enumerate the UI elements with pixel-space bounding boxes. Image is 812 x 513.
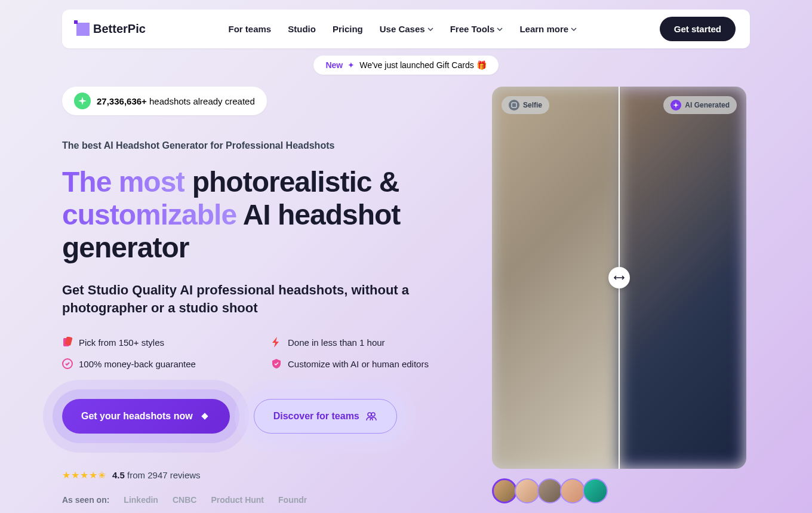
hero-left: 27,336,636+ headshots already created Th… [62, 87, 468, 505]
reviews-row: ★★★★✬ 4.5 from 2947 reviews [62, 469, 468, 481]
users-icon [365, 410, 377, 422]
feature-text: Done in less than 1 hour [288, 337, 385, 348]
svg-point-5 [371, 413, 375, 416]
nav-use-cases-label: Use Cases [380, 24, 425, 34]
main-content: 27,336,636+ headshots already created Th… [0, 75, 812, 505]
features-grid: Pick from 150+ styles Done in less than … [62, 337, 468, 369]
review-score: 4.5 [112, 470, 125, 480]
compare-after-image [619, 87, 746, 469]
seen-on-label: As seen on: [62, 495, 109, 505]
ai-sparkle-icon [670, 100, 681, 110]
seen-on-row: As seen on: Linkedin CNBC Product Hunt F… [62, 495, 468, 505]
svg-rect-6 [512, 103, 516, 107]
svg-point-4 [368, 413, 371, 416]
bolt-icon [271, 337, 282, 348]
headshot-count-badge: 27,336,636+ headshots already created [62, 87, 267, 115]
thumbnail-3[interactable] [537, 478, 562, 503]
get-started-button[interactable]: Get started [660, 17, 736, 41]
headline: The most photorealistic & customizable A… [62, 165, 468, 265]
badge-text: 27,336,636+ headshots already created [97, 96, 255, 106]
badge-suffix: headshots already created [149, 96, 255, 106]
chevron-down-icon [427, 26, 433, 32]
nav-free-tools-label: Free Tools [450, 24, 495, 34]
thumbnail-2[interactable] [515, 478, 540, 503]
compare-before-image [492, 87, 619, 469]
reviews-text: 4.5 from 2947 reviews [112, 470, 201, 480]
brand-foundr: Foundr [278, 495, 307, 505]
headline-plain-1: photorealistic & [184, 166, 399, 198]
navbar: BetterPic For teams Studio Pricing Use C… [62, 10, 750, 48]
new-tag: New [325, 60, 343, 70]
cta-row: Get your headshots now Discover for team… [62, 399, 468, 434]
compare-slider[interactable]: Selfie AI Generated [492, 87, 746, 469]
subtitle: Get Studio Quality AI professional heads… [62, 281, 468, 318]
brand-linkedin: Linkedin [124, 495, 158, 505]
nav-learn-more-label: Learn more [519, 24, 568, 34]
nav-learn-more[interactable]: Learn more [519, 24, 577, 34]
announcement-text: We've just launched Gift Cards 🎁 [359, 60, 486, 70]
selfie-icon [509, 100, 519, 110]
cta-secondary-label: Discover for teams [273, 411, 359, 422]
feature-text: Pick from 150+ styles [79, 337, 164, 348]
compare-handle[interactable] [608, 267, 630, 288]
headline-gradient-2: customizable [62, 199, 236, 231]
announcement-banner[interactable]: New ✦ We've just launched Gift Cards 🎁 [313, 56, 498, 75]
brand-producthunt: Product Hunt [211, 495, 264, 505]
logo-text: BetterPic [93, 22, 146, 36]
selfie-text: Selfie [523, 101, 542, 109]
logo[interactable]: BetterPic [76, 22, 146, 36]
arrows-horizontal-icon [613, 272, 625, 284]
feature-guarantee: 100% money-back guarantee [62, 358, 259, 369]
review-suffix: from 2947 reviews [127, 470, 201, 480]
sparkle-icon: ✦ [347, 60, 355, 70]
nav-for-teams[interactable]: For teams [229, 24, 272, 34]
chevron-down-icon [571, 26, 577, 32]
logo-mark-icon [76, 23, 90, 36]
chevron-down-icon [497, 26, 503, 32]
feature-speed: Done in less than 1 hour [271, 337, 468, 348]
shield-check-icon [271, 358, 282, 369]
hero-right: Selfie AI Generated [492, 87, 746, 505]
nav-links: For teams Studio Pricing Use Cases Free … [229, 24, 577, 34]
sparkle-badge-icon [74, 93, 91, 109]
feature-styles: Pick from 150+ styles [62, 337, 259, 348]
ai-generated-label: AI Generated [663, 96, 737, 114]
selfie-label: Selfie [502, 96, 549, 114]
thumbnail-1[interactable] [492, 478, 517, 503]
brand-cnbc: CNBC [173, 495, 196, 505]
thumbnail-row [492, 478, 746, 503]
feature-text: Customize with AI or human editors [288, 359, 429, 369]
svg-rect-3 [201, 413, 208, 419]
badge-count: 27,336,636+ [97, 96, 147, 106]
ai-text: AI Generated [685, 101, 730, 109]
headline-gradient-1: The most [62, 166, 184, 198]
diamond-icon [199, 410, 211, 422]
discover-teams-button[interactable]: Discover for teams [254, 399, 397, 434]
thumbnail-4[interactable] [560, 478, 585, 503]
nav-use-cases[interactable]: Use Cases [380, 24, 433, 34]
tagline: The best AI Headshot Generator for Profe… [62, 140, 468, 151]
swatch-icon [62, 337, 73, 348]
nav-pricing[interactable]: Pricing [333, 24, 363, 34]
feature-text: 100% money-back guarantee [79, 359, 196, 369]
nav-studio[interactable]: Studio [288, 24, 316, 34]
nav-free-tools[interactable]: Free Tools [450, 24, 503, 34]
stars-icon: ★★★★✬ [62, 469, 106, 481]
thumbnail-5[interactable] [583, 478, 608, 503]
get-headshots-button[interactable]: Get your headshots now [62, 399, 230, 434]
feature-customize: Customize with AI or human editors [271, 358, 468, 369]
badge-check-icon [62, 358, 73, 369]
cta-primary-label: Get your headshots now [81, 411, 193, 422]
